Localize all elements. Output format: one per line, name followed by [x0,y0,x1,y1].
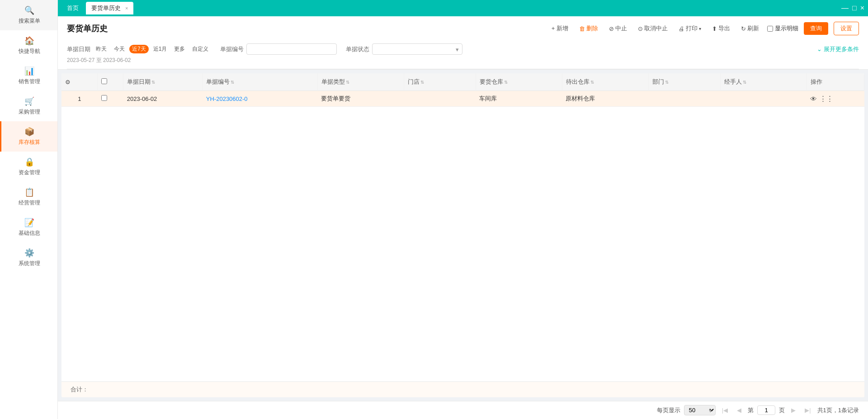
col-header-req_warehouse[interactable]: 要货仓库⇅ [476,73,562,91]
cell-doc-type: 要货单要货 [317,91,404,107]
sidebar-item-inventory-calc[interactable]: 📦 库存核算 [0,121,57,152]
sidebar-icon-sales-mgmt: 📊 [24,66,34,76]
first-page-btn[interactable]: |◀ [719,406,731,414]
expand-more-btn[interactable]: ⌄ 展开更多条件 [817,45,859,53]
export-icon: ⬆ [712,25,717,32]
date-shortcut-1[interactable]: 今天 [111,45,127,53]
doc-number-label: 单据编号 [220,45,244,53]
last-page-btn[interactable]: ▶| [802,406,813,414]
sidebar-item-finance-mgmt[interactable]: 🔒 资金管理 [0,152,57,182]
next-page-btn[interactable]: ▶ [788,406,798,414]
sidebar-item-basic-info[interactable]: 📝 基础信息 [0,212,57,243]
cell-agent [720,91,807,107]
sidebar-icon-inventory-calc: 📦 [24,127,34,137]
col-header-doc_type[interactable]: 单据类型⇅ [317,73,404,91]
stop-button[interactable]: ⊘ 中止 [606,23,630,34]
toolbar: + 新增 🗑 删除 ⊘ 中止 ⊙ 取消中止 🖨 打 [549,22,859,35]
doc-status-select-wrapper [372,43,462,55]
filter-area: 单据日期 昨天今天近7天近1月更多自定义 单据编号 单据状态 [67,39,859,69]
cell-check [98,91,123,107]
col-header-agent[interactable]: 经手人⇅ [720,73,807,91]
delete-icon: 🗑 [579,25,585,32]
cancel-stop-icon: ⊙ [638,25,643,32]
minimize-icon[interactable]: — [841,4,849,12]
sidebar-icon-system-mgmt: ⚙️ [24,248,34,258]
sidebar-item-sales-mgmt[interactable]: 📊 销售管理 [0,61,57,91]
new-button[interactable]: + 新增 [549,23,571,34]
tab-label-home: 首页 [67,4,79,12]
sidebar-label-search-menu: 搜索菜单 [19,17,40,25]
select-all-checkbox[interactable] [101,78,107,84]
data-table: ⚙单据日期⇅单据编号⇅单据类型⇅门店⇅要货仓库⇅待出仓库⇅部门⇅经手人⇅操作 1… [61,73,864,107]
refresh-button[interactable]: ↻ 刷新 [738,23,762,34]
print-button[interactable]: 🖨 打印 ▾ [676,23,704,34]
stop-icon: ⊘ [609,25,614,32]
filter-group-date: 单据日期 昨天今天近7天近1月更多自定义 [67,45,211,53]
sidebar-icon-quick-nav: 🏠 [24,36,34,46]
doc-status-select[interactable] [372,43,462,55]
sidebar-label-basic-info: 基础信息 [19,229,40,237]
sidebar-label-purchase-mgmt: 采购管理 [19,108,40,116]
page-label-after: 页 [779,406,785,414]
sidebar-label-system-mgmt: 系统管理 [19,260,40,267]
settings-button[interactable]: 设置 [834,22,859,35]
close-window-icon[interactable]: × [860,4,864,12]
col-header-check [98,73,123,91]
row-checkbox[interactable] [101,95,107,101]
summary-label: 合计： [71,386,88,394]
sidebar-item-purchase-mgmt[interactable]: 🛒 采购管理 [0,91,57,121]
sidebar-item-operation-mgmt[interactable]: 📋 经营管理 [0,182,57,212]
total-info: 共1页，1条记录 [817,406,859,414]
sidebar-label-sales-mgmt: 销售管理 [19,78,40,86]
sidebar: 🔍 搜索菜单🏠 快捷导航📊 销售管理🛒 采购管理📦 库存核算🔒 资金管理📋 经营… [0,0,58,419]
col-header-dept[interactable]: 部门⇅ [648,73,720,91]
date-shortcut-4[interactable]: 更多 [171,45,188,53]
more-icon[interactable]: ⋮⋮ [820,95,833,103]
tab-close-req-history[interactable]: × [125,5,128,11]
sidebar-item-quick-nav[interactable]: 🏠 快捷导航 [0,30,57,61]
main-area: 首页要货单历史× — □ × 要货单历史 + 新增 🗑 删除 ⊘ 中止 [58,0,868,419]
table-footer: 合计： [61,381,864,397]
col-header-pending_warehouse[interactable]: 待出仓库⇅ [562,73,648,91]
date-range-display: 2023-05-27 至 2023-06-02 [67,57,859,64]
tab-home[interactable]: 首页 [61,2,84,14]
page-input[interactable] [757,405,775,415]
page-title-row: 要货单历史 + 新增 🗑 删除 ⊘ 中止 ⊙ 取消中止 [67,22,859,35]
view-icon[interactable]: 👁 [810,95,817,103]
display-detail-toggle[interactable]: 显示明细 [767,24,798,33]
date-shortcut-3[interactable]: 近1月 [151,45,170,53]
page-header: 要货单历史 + 新增 🗑 删除 ⊘ 中止 ⊙ 取消中止 [58,16,868,70]
table-head: ⚙单据日期⇅单据编号⇅单据类型⇅门店⇅要货仓库⇅待出仓库⇅部门⇅经手人⇅操作 [61,73,864,91]
doc-number-link[interactable]: YH-20230602-0 [206,95,248,102]
col-header-doc_number[interactable]: 单据编号⇅ [203,73,318,91]
sidebar-label-inventory-calc: 库存核算 [19,138,40,146]
refresh-icon: ↻ [741,25,746,32]
restore-icon[interactable]: □ [852,4,857,12]
col-settings[interactable]: ⚙ [61,73,98,91]
sidebar-icon-basic-info: 📝 [24,218,34,228]
content-area: 要货单历史 + 新增 🗑 删除 ⊘ 中止 ⊙ 取消中止 [58,16,868,419]
cell-pending-warehouse: 原材料仓库 [562,91,648,107]
sidebar-item-search-menu[interactable]: 🔍 搜索菜单 [0,0,57,30]
tab-label-req-history: 要货单历史 [91,4,121,12]
col-header-doc_date[interactable]: 单据日期⇅ [123,73,203,91]
date-shortcut-5[interactable]: 自定义 [189,45,211,53]
prev-page-btn[interactable]: ◀ [734,406,744,414]
sidebar-item-system-mgmt[interactable]: ⚙️ 系统管理 [0,243,57,273]
query-button[interactable]: 查询 [804,22,828,35]
page-size-select[interactable]: 50100200 [684,405,716,415]
delete-button[interactable]: 🗑 删除 [576,23,601,34]
display-detail-checkbox[interactable] [767,26,773,32]
cancel-stop-button[interactable]: ⊙ 取消中止 [635,23,670,34]
date-shortcut-2[interactable]: 近7天 [129,45,149,53]
print-icon: 🖨 [679,25,684,32]
col-header-shop[interactable]: 门店⇅ [404,73,476,91]
doc-number-input[interactable] [246,43,337,55]
filter-group-docnum: 单据编号 [220,43,337,55]
date-shortcut-0[interactable]: 昨天 [93,45,109,53]
tab-req-history[interactable]: 要货单历史× [86,2,133,14]
doc-date-label: 单据日期 [67,45,90,53]
pagination-bar: 每页显示 50100200 |◀ ◀ 第 页 ▶ ▶| 共1页，1条记录 [58,401,868,419]
export-button[interactable]: ⬆ 导出 [709,23,733,34]
cell-dept [648,91,720,107]
